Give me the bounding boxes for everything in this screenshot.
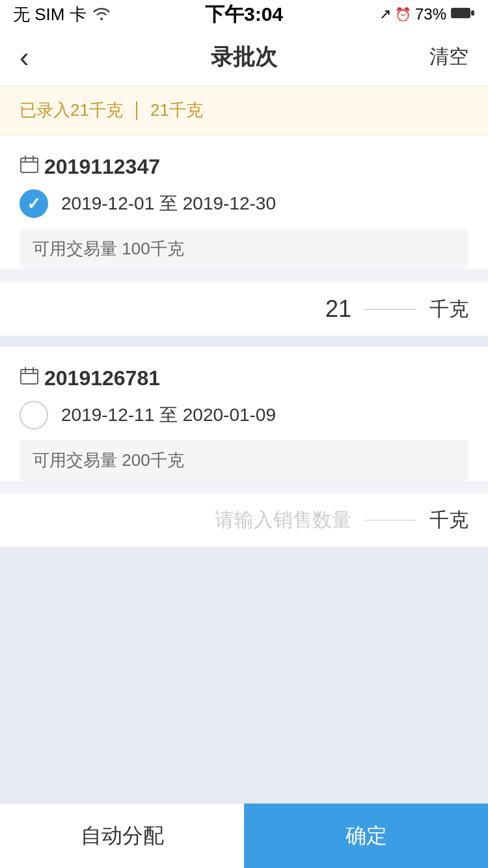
batch-id-1: 2019112347 <box>44 155 160 179</box>
wifi-icon <box>92 5 111 25</box>
bottom-bar: 自动分配 确定 <box>0 803 488 868</box>
batch-input-row-2: 请输入销售数量 千克 <box>0 494 488 547</box>
content-area <box>0 547 488 807</box>
batch-unit-1: 千克 <box>429 296 468 323</box>
page-title: 录批次 <box>211 42 277 72</box>
sim-label: 无 SIM 卡 <box>13 3 87 26</box>
batch-unit-2: 千克 <box>429 507 468 534</box>
svg-rect-1 <box>471 10 474 16</box>
batch-header-2: 2019126781 <box>20 366 468 390</box>
status-bar: 无 SIM 卡 下午3:04 ↗ ⏰ 73% <box>0 0 488 29</box>
nav-bar: ‹ 录批次 清空 <box>0 29 488 86</box>
batch-avail-1: 可用交易量 100千克 <box>20 228 468 269</box>
batch-qty-1: 21 <box>325 295 351 323</box>
location-icon: ↗ <box>379 6 391 23</box>
section-divider <box>0 336 488 347</box>
batch-input-row-1: 21 千克 <box>0 282 488 336</box>
back-button[interactable]: ‹ <box>20 41 29 74</box>
clear-button[interactable]: 清空 <box>429 44 468 70</box>
summary-amount: 21千克 <box>150 99 203 122</box>
status-time: 下午3:04 <box>205 1 283 28</box>
svg-rect-6 <box>21 370 38 384</box>
batch-header-1: 2019112347 <box>20 155 468 179</box>
summary-divider <box>136 102 137 120</box>
batch-icon-1 <box>20 156 39 178</box>
auto-distribute-button[interactable]: 自动分配 <box>0 804 244 868</box>
battery-icon <box>450 5 475 23</box>
batch-date-2: 2019-12-11 至 2020-01-09 <box>61 403 276 427</box>
batch-date-row-1[interactable]: 2019-12-01 至 2019-12-30 <box>20 189 468 218</box>
status-right: ↗ ⏰ 73% <box>379 5 475 23</box>
batch-card-2: 2019126781 2019-12-11 至 2020-01-09 可用交易量… <box>0 347 488 481</box>
batch-date-1: 2019-12-01 至 2019-12-30 <box>61 191 276 216</box>
batch-date-row-2[interactable]: 2019-12-11 至 2020-01-09 <box>20 401 468 429</box>
alarm-icon: ⏰ <box>395 7 411 22</box>
confirm-button[interactable]: 确定 <box>244 804 488 868</box>
svg-rect-0 <box>451 8 470 18</box>
batch-radio-1[interactable] <box>20 189 48 218</box>
batch-icon-2 <box>20 367 39 390</box>
batch-id-2: 2019126781 <box>44 366 160 390</box>
batch-qty-placeholder-2: 请输入销售数量 <box>215 507 351 534</box>
batch-card-1: 2019112347 2019-12-01 至 2019-12-30 可用交易量… <box>0 135 488 269</box>
batch-radio-2[interactable] <box>20 401 48 429</box>
battery-percent: 73% <box>415 5 446 23</box>
summary-recorded: 已录入21千克 <box>20 99 123 122</box>
svg-rect-2 <box>21 158 38 172</box>
batch-avail-2: 可用交易量 200千克 <box>20 440 468 481</box>
status-left: 无 SIM 卡 <box>13 3 111 26</box>
summary-bar: 已录入21千克 21千克 <box>0 86 488 135</box>
